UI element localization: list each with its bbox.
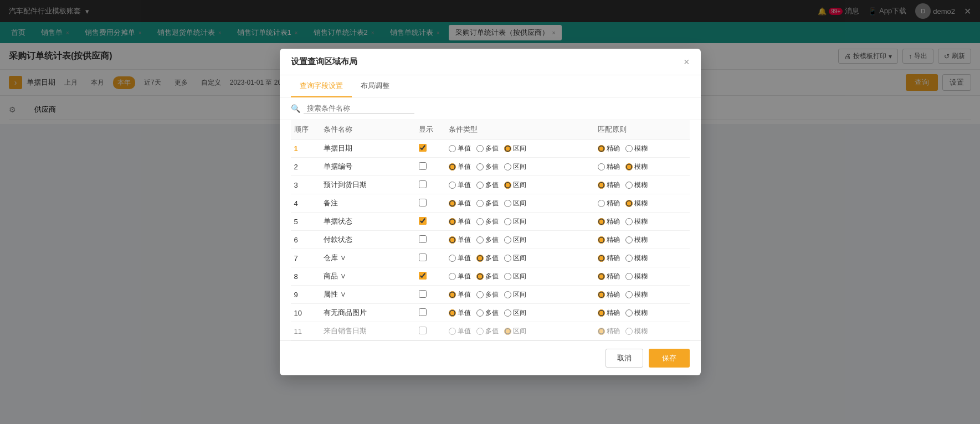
modal-tab-layout[interactable]: 布局调整 bbox=[352, 75, 398, 97]
modal-table: 顺序 条件名称 显示 条件类型 匹配原则 1单据日期单值多值区间精确模糊2单据编… bbox=[291, 120, 690, 124]
modal-header: 设置查询区域布局 × bbox=[280, 49, 701, 75]
modal-table-wrap: 顺序 条件名称 显示 条件类型 匹配原则 1单据日期单值多值区间精确模糊2单据编… bbox=[280, 120, 701, 124]
modal-tabs: 查询字段设置 布局调整 bbox=[280, 75, 701, 97]
modal-tab-query-fields[interactable]: 查询字段设置 bbox=[291, 75, 352, 97]
th-name: 条件名称 bbox=[320, 120, 415, 124]
th-type: 条件类型 bbox=[445, 120, 594, 124]
th-match: 匹配原则 bbox=[594, 120, 690, 124]
th-display: 显示 bbox=[415, 120, 445, 124]
search-input[interactable] bbox=[304, 103, 414, 114]
settings-modal: 设置查询区域布局 × 查询字段设置 布局调整 🔍 顺序 条件名称 bbox=[280, 49, 701, 124]
modal-search-area: 🔍 bbox=[280, 97, 701, 120]
modal-title: 设置查询区域布局 bbox=[291, 56, 357, 67]
table-header: 顺序 条件名称 显示 条件类型 匹配原则 bbox=[291, 120, 690, 124]
search-icon: 🔍 bbox=[291, 104, 300, 113]
modal-overlay: 设置查询区域布局 × 查询字段设置 布局调整 🔍 顺序 条件名称 bbox=[0, 0, 980, 124]
modal-close-btn[interactable]: × bbox=[684, 57, 690, 67]
th-order: 顺序 bbox=[291, 120, 321, 124]
